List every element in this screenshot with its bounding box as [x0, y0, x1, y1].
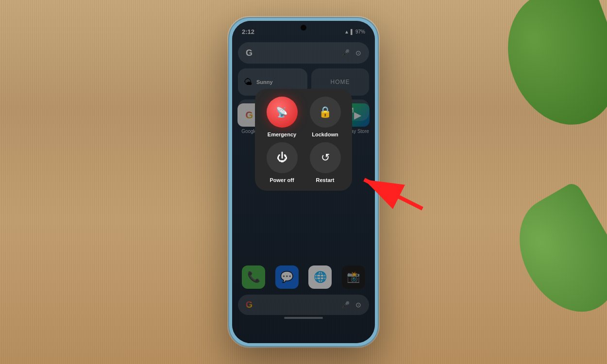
emergency-menu-item[interactable]: 📡 Emergency	[263, 97, 301, 137]
svg-line-1	[364, 180, 422, 209]
lockdown-menu-item[interactable]: 🔒 Lockdown	[306, 97, 344, 137]
poweroff-button[interactable]: ⏻	[267, 142, 298, 173]
poweroff-icon: ⏻	[277, 151, 287, 164]
poweroff-menu-item[interactable]: ⏻ Power off	[263, 142, 301, 183]
emergency-icon: 📡	[276, 106, 288, 118]
red-arrow-annotation	[335, 165, 432, 223]
emergency-button[interactable]: 📡	[267, 97, 298, 128]
lockdown-icon: 🔒	[319, 106, 332, 118]
lockdown-button[interactable]: 🔒	[310, 97, 341, 128]
emergency-label: Emergency	[268, 132, 296, 137]
restart-label: Restart	[316, 177, 335, 183]
lockdown-label: Lockdown	[312, 132, 338, 137]
restart-icon: ↺	[321, 151, 330, 164]
poweroff-label: Power off	[270, 177, 294, 183]
